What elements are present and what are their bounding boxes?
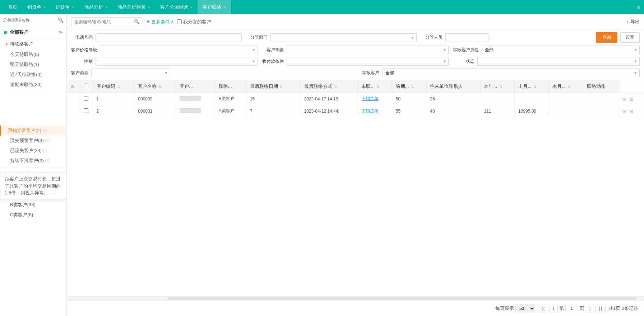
sidebar-item-today[interactable]: 今天待联络(0) xyxy=(0,49,66,60)
row-contact-cell: 15 xyxy=(246,93,300,105)
tooltip-box: 距客户上次交易时长，超过了此客户的平均交易周期的1.5倍，则视为异常。 ··· xyxy=(0,172,66,200)
nav-item-home[interactable]: 首页 xyxy=(3,0,22,14)
collapse-icon[interactable]: ≫ xyxy=(58,30,63,35)
gender-select[interactable] xyxy=(96,57,258,66)
nav-item-purchase[interactable]: 进货单 × xyxy=(51,0,79,14)
extended-filter: 电话号码 分管部门 ▼ 分管人员 ··· 查询 设置 xyxy=(67,29,644,80)
row-this-month-cell xyxy=(583,105,618,117)
link-icon[interactable]: ⊙ xyxy=(622,96,626,102)
sidebar-search-icon[interactable]: 🔍 xyxy=(57,17,64,23)
settings-button[interactable]: 设置 xyxy=(620,32,640,43)
info-icon[interactable]: ⓘ xyxy=(45,138,49,143)
filter-icon: ▼ xyxy=(146,19,150,24)
sort-icon: ⇅ xyxy=(334,85,337,89)
col-customer-type: 客户... xyxy=(176,80,215,93)
search-input[interactable] xyxy=(74,19,133,24)
nav-item-product-analysis[interactable]: 商品分析 × xyxy=(79,0,112,14)
nav-item-customer-contact[interactable]: 客户联络 × xyxy=(198,0,231,14)
customer-type-select[interactable] xyxy=(91,69,170,77)
sidebar-item-repurchase-anomaly[interactable]: 回购异常客户(2) ⓘ xyxy=(0,126,66,136)
col-contact-person: 往来单位联系人 xyxy=(426,80,480,93)
row-not-contacted-cell: 50 xyxy=(392,93,426,105)
more-action-icon[interactable]: ⊞ xyxy=(629,108,634,114)
dept-field: 分管部门 ▼ xyxy=(246,33,417,42)
info-icon[interactable]: ⓘ xyxy=(43,148,47,154)
close-icon[interactable]: × xyxy=(190,5,193,9)
search-icon[interactable]: 🔍 xyxy=(134,19,140,24)
last-page-button[interactable]: ⟩⟩ xyxy=(596,305,606,312)
price-level-select[interactable] xyxy=(100,46,258,54)
sidebar-item-c-class[interactable]: C类客户(6) xyxy=(0,210,66,220)
more-conditions-btn[interactable]: ▼ 更多条件 ∧ xyxy=(146,19,174,25)
row-checkbox-cell xyxy=(80,105,93,117)
chevron-up-icon: ∧ xyxy=(171,19,174,24)
col-last-contact-method: 最后联络方式 ⇅ xyxy=(300,80,358,93)
sidebar-item-7days[interactable]: 近7天待联络(0) xyxy=(0,70,66,80)
sidebar-item-tomorrow[interactable]: 明天待联络(1) xyxy=(0,60,66,70)
sidebar-item-churn-warning[interactable]: 流失预警客户(3) ⓘ xyxy=(0,136,66,146)
close-icon[interactable]: × xyxy=(72,5,74,9)
more-action-icon[interactable]: ⊞ xyxy=(629,96,634,102)
next-page-button[interactable]: ⟩ xyxy=(586,305,594,312)
col-customer-code: 客户编码 ⇅ xyxy=(93,80,134,93)
payment-select-wrap: ▼ xyxy=(287,57,449,66)
close-icon[interactable]: × xyxy=(105,5,107,9)
close-icon[interactable]: × xyxy=(43,5,46,9)
sidebar-item-overdue[interactable]: 逾期未联络(30) xyxy=(0,80,66,90)
retail-attribute-select-wrap: 全部 ▼ xyxy=(482,46,640,54)
payment-select[interactable] xyxy=(287,57,449,66)
dept-select[interactable] xyxy=(270,33,417,42)
close-icon[interactable]: × xyxy=(148,5,150,9)
sort-icon: ⇅ xyxy=(117,85,120,89)
retail-attribute-select[interactable]: 全部 xyxy=(482,46,640,54)
gear-icon[interactable]: ⚙ xyxy=(70,84,75,89)
first-page-button[interactable]: ⟨⟨ xyxy=(538,305,548,312)
pending-contact-group[interactable]: ▼ 待联络客户 xyxy=(0,39,66,49)
customer-level-select[interactable] xyxy=(287,46,449,54)
row-contact-person-cell: 111 xyxy=(480,105,514,117)
row-checkbox[interactable] xyxy=(84,108,88,113)
nav-item-customer-tier[interactable]: 客户分层经营 × xyxy=(155,0,198,14)
export-button[interactable]: ↑ 导出 xyxy=(627,19,640,25)
row-customer-type-cell: A类客户 xyxy=(215,105,246,117)
page-navigation: ⟨⟨ ⟨ 第 页 ⟩ ⟩⟩ xyxy=(538,305,606,312)
horizontal-scrollbar[interactable] xyxy=(67,296,644,301)
page-number-input[interactable] xyxy=(565,305,578,312)
sidebar-search-input[interactable] xyxy=(3,18,57,23)
sidebar-item-declining[interactable]: 持续下滑客户(2) ⓘ xyxy=(0,156,66,166)
sidebar-item-b-class[interactable]: B类客户(33) xyxy=(0,200,66,210)
scrollbar-track[interactable] xyxy=(167,297,637,300)
sort-icon: ⇅ xyxy=(377,85,380,89)
row-last-month-cell xyxy=(549,93,583,105)
sort-icon: ⇅ xyxy=(411,85,414,89)
person-field: 分管人员 ··· xyxy=(421,33,592,42)
link-icon[interactable]: ⊙ xyxy=(622,108,626,114)
content-area: 🔍 ▼ 更多条件 ∧ 我分管的客户 ↑ 导出 电话号码 xyxy=(67,14,644,316)
sort-icon: ⇅ xyxy=(568,85,571,89)
row-checkbox[interactable] xyxy=(84,96,88,101)
all-customers-title[interactable]: ⊞ 全部客户 ≫ xyxy=(0,26,66,39)
select-all-checkbox[interactable] xyxy=(84,84,88,88)
row-contact-person-cell xyxy=(480,93,514,105)
row-contact-cell: 7 xyxy=(246,105,300,117)
query-button[interactable]: 查询 xyxy=(596,32,617,43)
my-customers-checkbox[interactable] xyxy=(177,19,182,24)
status-select[interactable] xyxy=(477,57,640,66)
page-size-select[interactable]: 50 20 100 xyxy=(515,305,535,312)
prev-page-button[interactable]: ⟨ xyxy=(550,305,558,312)
close-icon[interactable]: × xyxy=(223,5,226,9)
nav-item-product-list[interactable]: 商品分析列表 × xyxy=(112,0,155,14)
person-input[interactable] xyxy=(445,33,488,42)
phone-input[interactable] xyxy=(96,33,242,42)
nav-item-sales[interactable]: 销货单 × xyxy=(22,0,51,14)
retail-customer-select[interactable]: 全部 xyxy=(382,69,640,77)
sidebar-item-churned[interactable]: 已流失客户(24) ⓘ xyxy=(0,146,66,156)
pagination: 每页显示 50 20 100 ⟨⟨ ⟨ 第 页 ⟩ ⟩⟩ 共1页 2条记录 xyxy=(67,301,644,316)
col-last-month: 上月... ⇅ xyxy=(514,80,548,93)
info-icon[interactable]: ⓘ xyxy=(45,158,49,164)
col-action: 联络动作 xyxy=(583,80,618,93)
person-more-icon[interactable]: ··· xyxy=(490,35,494,41)
search-box: 🔍 xyxy=(71,17,143,26)
window-close-icon[interactable]: × xyxy=(636,4,640,11)
info-icon[interactable]: ⓘ xyxy=(43,128,47,133)
